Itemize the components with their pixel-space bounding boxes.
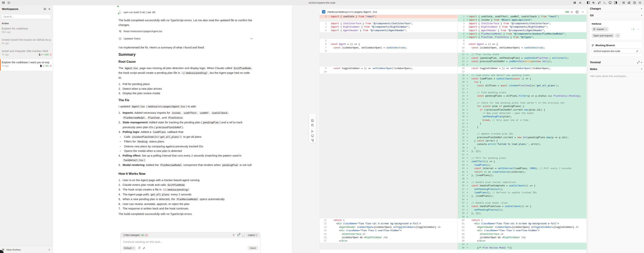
layers-icon[interactable]	[44, 8, 46, 10]
diff-row: 40+ }, []);	[320, 150, 586, 153]
version-dropdown[interactable]: Latest	[247, 234, 258, 237]
drag-handle[interactable]: ···	[311, 114, 314, 116]
diff-new-line: 38+ console.error('Failed to load plans:…	[458, 142, 586, 146]
branch-name: master	[597, 28, 604, 30]
theme-icon[interactable]	[592, 1, 595, 4]
diff-old-line: 14 <div className="flex flex-1 overflow-…	[320, 229, 458, 232]
inline-code: useCallback	[211, 111, 228, 114]
terminal-section-header[interactable]: Terminal ▸	[588, 59, 644, 66]
collapse-diff-icon[interactable]	[581, 10, 584, 13]
inline-code: Agent.tsx	[124, 67, 139, 70]
diff-new-line: 37+ } catch (error) {	[458, 139, 586, 142]
changes-section-header[interactable]: Changes ▸	[588, 5, 644, 12]
diff-new-line: 17	[458, 70, 586, 74]
diff-row: 57+ setPendingPlan(null);	[320, 208, 586, 212]
spark-icon[interactable]: ✳	[232, 234, 235, 237]
diff-row: 2+import { invoke } from "@tauri-apps/ap…	[320, 18, 586, 22]
attachment-icon[interactable]	[138, 246, 140, 250]
inline-code: PlanItem	[147, 116, 160, 119]
menu-icon[interactable]	[622, 1, 625, 4]
inline-code: useEffect	[183, 111, 198, 114]
mode-dropdown[interactable]: Default	[122, 246, 136, 250]
workspace-item[interactable]: Create Good First Issues on Github So p6…	[0, 37, 52, 48]
inline-code: pendingPlan	[202, 121, 220, 124]
settings-gear-icon[interactable]	[638, 1, 641, 4]
git-branch-icon[interactable]	[311, 139, 314, 142]
expand-terminal-icon[interactable]	[637, 61, 640, 64]
terminal-command-chip[interactable]: npm run build 2>&1 | tail -80	[118, 11, 253, 14]
copy-icon[interactable]	[311, 124, 314, 127]
diff-row: 59+	[320, 215, 586, 218]
inline-code: useRef	[199, 111, 209, 114]
diff-row: 14+ const previousPlanIdsRef = useRef<Se…	[320, 60, 586, 63]
display-icon[interactable]	[608, 1, 612, 4]
inline-code: TaskDetail.tsx	[122, 158, 144, 162]
workspace-item[interactable]: Install and integrate Vibe Kanban Web7h …	[0, 48, 52, 59]
megaphone-icon[interactable]	[628, 1, 630, 4]
workspace-item[interactable]: Explore the codebase I want you to exp7h…	[0, 59, 52, 70]
search-input[interactable]	[3, 15, 50, 18]
diff-row: 22+	[320, 87, 586, 91]
view-archive-button[interactable]: View Archive 0	[0, 246, 52, 253]
workspace-search[interactable]	[2, 14, 51, 19]
chevron-down-icon[interactable]	[250, 38, 253, 40]
diff-new-line: 49+ // Handle plan review completion	[458, 180, 586, 184]
working-branch-field[interactable]: vk/3ccf-explore-the-code	[592, 48, 640, 54]
chevrons-up-icon[interactable]	[579, 1, 582, 4]
run-play-icon[interactable]	[311, 130, 314, 133]
diff-old-line	[320, 198, 458, 201]
notes-section-header[interactable]: Notes ▾	[588, 66, 644, 72]
diff-new-line: 13+ const [pendingPlan, setPendingPlan] …	[458, 56, 586, 60]
updated-todos-chip[interactable]: Updated Todos	[118, 37, 253, 40]
todo-list-icon[interactable]	[237, 234, 240, 237]
diff-file-header[interactable]: TS /medusa/medusa/src/pages/Agent.tsx +5…	[320, 9, 586, 15]
workspaces-sidebar: Workspaces Active Explore the codebase35…	[0, 5, 53, 253]
inline-code: PlanReviewModal	[122, 116, 146, 119]
list-item: 1.User is on the Agent page with a Docke…	[118, 178, 253, 182]
diff-old-line	[320, 32, 458, 36]
panel-right-icon[interactable]	[614, 1, 617, 4]
diff-row: 14 <div className="flex flex-1 overflow-…	[320, 229, 586, 232]
files-changed-chip[interactable]: 2 files changed +61 -3	[122, 234, 149, 237]
open-pull-request-label: Open pull request	[593, 34, 613, 37]
diff-old-line	[320, 60, 458, 63]
diff-rows[interactable]: 1-import { useState } from "react";1+imp…	[320, 15, 586, 253]
diff-new-line: 68+ {/* Plan Review Modal */}	[458, 246, 586, 250]
more-options-icon[interactable]: ···	[637, 28, 640, 31]
diff-view-icon[interactable]	[311, 119, 314, 122]
panel-left-icon[interactable]	[587, 1, 590, 4]
monitor-icon[interactable]	[311, 134, 314, 138]
diff-new-line: 16 const toggleSidebar = () => setSideba…	[458, 67, 586, 70]
open-pull-request-button[interactable]: Open pull request	[592, 33, 614, 38]
help-icon[interactable]	[633, 1, 636, 4]
pr-options-dropdown[interactable]	[615, 33, 620, 38]
notes-placeholder[interactable]: Add notes about this workspace...	[588, 72, 644, 80]
diff-old-line: 8	[320, 49, 458, 53]
diff-old-line	[320, 139, 458, 142]
git-section-content: medusa master ↑ 1 ··· Open pull request	[588, 19, 644, 59]
diff-row: 1017	[320, 70, 586, 74]
message-input[interactable]	[123, 240, 258, 244]
diff-view-mode-icon[interactable]	[576, 10, 578, 13]
add-workspace-icon[interactable]	[48, 8, 51, 10]
pause-icon[interactable]	[573, 1, 576, 4]
diff-new-line: 33+ }	[458, 125, 586, 129]
diff-row: 45+ const interval = setInterval(loadPla…	[320, 167, 586, 170]
branch-dropdown[interactable]: master	[592, 27, 608, 32]
divider	[584, 1, 584, 4]
git-section-header[interactable]: Git ▾	[588, 12, 644, 19]
diff-old-line	[320, 98, 458, 101]
workspace-item[interactable]: Explore the codebase35m ago	[0, 26, 52, 37]
repo-card: medusa master ↑ 1 ··· Open pull request	[589, 20, 643, 40]
git-compare-icon[interactable]	[598, 1, 601, 4]
terminal-icon[interactable]	[603, 1, 606, 4]
diff-old-line	[320, 122, 458, 125]
send-button[interactable]: Send	[248, 246, 258, 250]
commits-ahead-badge[interactable]: ↑ 1	[631, 28, 634, 30]
fix-intro-paragraph: I updated Agent.tsx (medusa/src/pages/Ag…	[118, 104, 253, 109]
diff-old-line	[320, 208, 458, 212]
diff-new-line: 6+import { PlanReviewModal } from "@/com…	[458, 32, 586, 36]
diff-row: 53+ }, [loadPlans]);	[320, 194, 586, 198]
read-file-chip[interactable]: Read medusa/src/pages/Agent.tsx	[118, 30, 253, 33]
pen-icon[interactable]	[143, 247, 145, 250]
